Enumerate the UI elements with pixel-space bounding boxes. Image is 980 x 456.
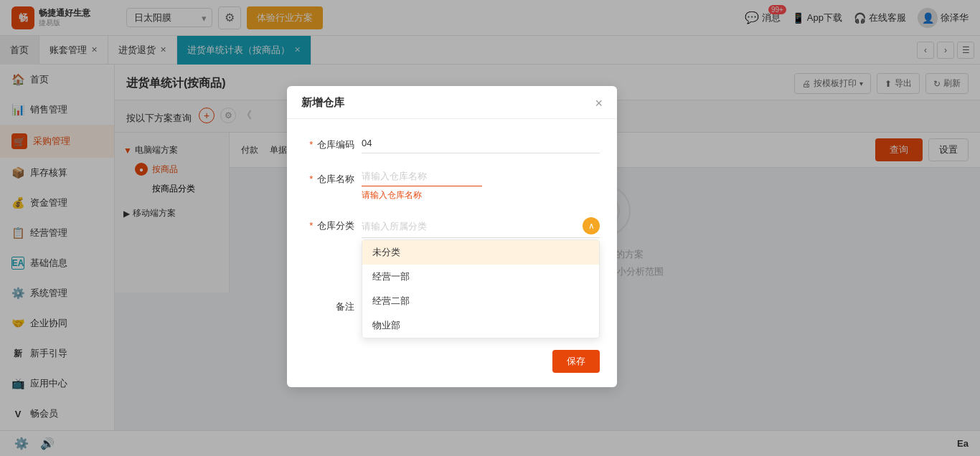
note-label: 备注: [304, 295, 354, 313]
code-input[interactable]: [362, 133, 600, 153]
category-input[interactable]: [362, 221, 583, 232]
dropdown-item-dept2[interactable]: 经营二部: [362, 289, 599, 313]
category-dropdown: 未分类 经营一部 经营二部 物业部: [362, 239, 600, 338]
modal-header: 新增仓库 ×: [287, 86, 617, 119]
category-arrow-button[interactable]: ∧: [583, 217, 600, 234]
form-row-name: * 仓库名称 请输入仓库名称: [304, 166, 600, 201]
modal-overlay: 新增仓库 × * 仓库编码 * 仓库名称: [0, 0, 980, 456]
name-error-tip: 请输入仓库名称: [362, 190, 422, 200]
modal-title: 新增仓库: [301, 96, 344, 110]
form-row-code: * 仓库编码: [304, 133, 600, 153]
modal-footer: 保存: [287, 343, 617, 387]
form-row-category: * 仓库分类 ∧ 未分类 经营一部 经营二部 物业部: [304, 214, 600, 238]
category-input-wrap: ∧: [362, 214, 600, 238]
dropdown-item-dept3[interactable]: 物业部: [362, 313, 599, 338]
new-warehouse-modal: 新增仓库 × * 仓库编码 * 仓库名称: [287, 86, 617, 387]
name-input[interactable]: [362, 166, 482, 186]
modal-body: * 仓库编码 * 仓库名称 请输入仓库名称: [287, 119, 617, 343]
category-label: * 仓库分类: [304, 214, 354, 232]
name-label: * 仓库名称: [304, 168, 354, 186]
code-label: * 仓库编码: [304, 133, 354, 151]
modal-close-button[interactable]: ×: [595, 97, 603, 110]
dropdown-item-unclassified[interactable]: 未分类: [362, 240, 599, 265]
category-control-wrap: ∧ 未分类 经营一部 经营二部 物业部: [362, 214, 600, 238]
dropdown-item-dept1[interactable]: 经营一部: [362, 265, 599, 289]
save-button[interactable]: 保存: [552, 350, 600, 373]
